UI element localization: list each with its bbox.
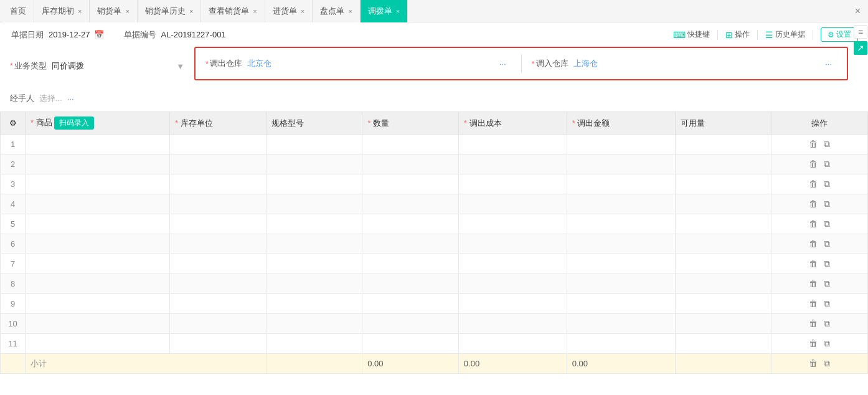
tab-transfer-close[interactable]: × (396, 7, 400, 15)
row-available-1[interactable] (675, 135, 771, 155)
row-cost-9[interactable] (458, 294, 567, 314)
right-panel-share-btn[interactable]: ↗ (854, 41, 867, 55)
row-product-4[interactable] (26, 194, 170, 214)
row-amount-4[interactable] (567, 194, 675, 214)
shortcut-keys-btn[interactable]: ⌨ 快捷键 (673, 29, 710, 40)
row-quantity-10[interactable] (362, 314, 459, 334)
copy-icon-9[interactable]: ⧉ (824, 298, 830, 308)
business-type-dropdown-icon[interactable]: ▼ (176, 62, 184, 71)
row-available-5[interactable] (675, 214, 771, 234)
delete-icon-5[interactable]: 🗑 (809, 219, 818, 229)
transfer-out-dots[interactable]: ··· (494, 59, 511, 69)
subtotal-delete-icon[interactable]: 🗑 (809, 358, 818, 368)
delete-icon-11[interactable]: 🗑 (809, 338, 818, 348)
tab-view-sales-close[interactable]: × (253, 7, 257, 15)
delete-icon-8[interactable]: 🗑 (809, 278, 818, 288)
row-unit-8[interactable] (169, 274, 266, 294)
right-panel-list-btn[interactable]: ≡ (854, 25, 867, 39)
row-product-6[interactable] (26, 234, 170, 254)
row-product-9[interactable] (26, 294, 170, 314)
copy-icon-8[interactable]: ⧉ (824, 278, 830, 288)
row-quantity-1[interactable] (362, 135, 459, 155)
tab-sales-order[interactable]: 销货单 × (90, 0, 137, 22)
row-quantity-11[interactable] (362, 334, 459, 354)
row-cost-3[interactable] (458, 174, 567, 194)
row-product-10[interactable] (26, 314, 170, 334)
row-available-8[interactable] (675, 274, 771, 294)
row-amount-9[interactable] (567, 294, 675, 314)
copy-icon-10[interactable]: ⧉ (824, 318, 830, 328)
row-quantity-8[interactable] (362, 274, 459, 294)
row-unit-11[interactable] (169, 334, 266, 354)
transfer-in-value[interactable]: 上海仓 (573, 58, 598, 69)
row-product-1[interactable] (26, 135, 170, 155)
row-product-11[interactable] (26, 334, 170, 354)
row-available-10[interactable] (675, 314, 771, 334)
tab-inventory-init[interactable]: 库存期初 × (34, 0, 90, 22)
row-spec-8[interactable] (266, 274, 362, 294)
row-spec-4[interactable] (266, 194, 362, 214)
row-spec-3[interactable] (266, 174, 362, 194)
row-quantity-2[interactable] (362, 155, 459, 174)
row-unit-2[interactable] (169, 155, 266, 174)
row-quantity-3[interactable] (362, 174, 459, 194)
agent-select[interactable]: 选择... (39, 93, 62, 104)
row-amount-3[interactable] (567, 174, 675, 194)
row-spec-10[interactable] (266, 314, 362, 334)
row-spec-5[interactable] (266, 214, 362, 234)
row-cost-2[interactable] (458, 155, 567, 174)
copy-icon-11[interactable]: ⧉ (824, 338, 830, 348)
tab-inventory-init-close[interactable]: × (78, 7, 82, 15)
row-cost-6[interactable] (458, 234, 567, 254)
subtotal-copy-icon[interactable]: ⧉ (824, 358, 830, 368)
row-available-3[interactable] (675, 174, 771, 194)
row-available-11[interactable] (675, 334, 771, 354)
row-available-4[interactable] (675, 194, 771, 214)
delete-icon-3[interactable]: 🗑 (809, 179, 818, 189)
row-spec-11[interactable] (266, 334, 362, 354)
operations-btn[interactable]: ⊞ 操作 (725, 29, 750, 40)
row-amount-2[interactable] (567, 155, 675, 174)
delete-icon-7[interactable]: 🗑 (809, 259, 818, 269)
row-unit-6[interactable] (169, 234, 266, 254)
scan-button[interactable]: 扫码录入 (54, 117, 94, 130)
row-cost-10[interactable] (458, 314, 567, 334)
settings-btn[interactable]: ⚙ 设置 (821, 27, 858, 42)
row-unit-1[interactable] (169, 135, 266, 155)
row-product-5[interactable] (26, 214, 170, 234)
row-cost-1[interactable] (458, 135, 567, 155)
row-amount-1[interactable] (567, 135, 675, 155)
row-spec-1[interactable] (266, 135, 362, 155)
row-cost-4[interactable] (458, 194, 567, 214)
row-quantity-5[interactable] (362, 214, 459, 234)
th-settings[interactable]: ⚙ (1, 112, 26, 135)
tab-transfer[interactable]: 调拨单 × (361, 0, 408, 22)
row-unit-4[interactable] (169, 194, 266, 214)
row-unit-5[interactable] (169, 214, 266, 234)
tab-home[interactable]: 首页 (2, 0, 34, 22)
row-unit-9[interactable] (169, 294, 266, 314)
row-amount-11[interactable] (567, 334, 675, 354)
row-quantity-4[interactable] (362, 194, 459, 214)
row-spec-9[interactable] (266, 294, 362, 314)
history-btn[interactable]: ☰ 历史单据 (765, 29, 805, 40)
tab-sales-order-close[interactable]: × (125, 7, 129, 15)
copy-icon-2[interactable]: ⧉ (824, 159, 830, 169)
row-product-3[interactable] (26, 174, 170, 194)
delete-icon-4[interactable]: 🗑 (809, 199, 818, 209)
row-unit-7[interactable] (169, 254, 266, 274)
row-available-2[interactable] (675, 155, 771, 174)
row-amount-5[interactable] (567, 214, 675, 234)
tab-stock-count[interactable]: 盘点单 × (313, 0, 360, 22)
row-spec-7[interactable] (266, 254, 362, 274)
delete-icon-9[interactable]: 🗑 (809, 298, 818, 308)
row-spec-2[interactable] (266, 155, 362, 174)
row-available-7[interactable] (675, 254, 771, 274)
transfer-out-value[interactable]: 北京仓 (247, 58, 271, 69)
tab-sales-history[interactable]: 销货单历史 × (138, 0, 201, 22)
tab-view-sales[interactable]: 查看销货单 × (201, 0, 265, 22)
row-quantity-9[interactable] (362, 294, 459, 314)
row-product-2[interactable] (26, 155, 170, 174)
row-cost-5[interactable] (458, 214, 567, 234)
delete-icon-2[interactable]: 🗑 (809, 159, 818, 169)
